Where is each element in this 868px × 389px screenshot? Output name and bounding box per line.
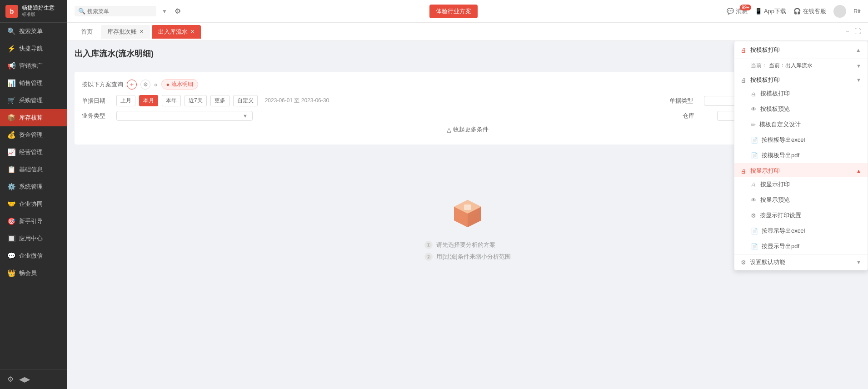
current-caret-icon: ▼ — [856, 63, 861, 69]
display-section-header[interactable]: 🖨 按显示打印 ▲ — [734, 163, 868, 177]
dp-pdf-label: 按显示导出pdf — [762, 242, 799, 250]
dropdown-title: 按模板打印 — [750, 46, 780, 54]
app-download-label: App下载 — [764, 7, 786, 15]
sidebar-item-system[interactable]: ⚙️ 系统管理 — [0, 178, 67, 195]
sidebar-item-purchase-label: 采购管理 — [19, 96, 43, 105]
date-btn-current-year[interactable]: 本年 — [162, 95, 181, 106]
tab-batch[interactable]: 库存批次账 ✕ — [101, 25, 150, 39]
tab-home-label: 首页 — [81, 28, 93, 36]
biztype-select[interactable]: ▼ — [116, 111, 253, 121]
tab-flow-close[interactable]: ✕ — [190, 29, 195, 35]
message-btn[interactable]: 💬 消息 99+ — [727, 7, 748, 15]
username-label: Rit — [853, 8, 861, 15]
sidebar-item-purchase[interactable]: 🛒 采购管理 — [0, 92, 67, 109]
date-btn-last-month[interactable]: 上月 — [116, 95, 135, 106]
display-pdf-item[interactable]: 📄 按显示导出pdf — [734, 239, 868, 254]
filter-collapse-arrow[interactable]: « — [154, 81, 158, 88]
sidebar-item-search[interactable]: 🔍 搜索菜单 — [0, 23, 67, 40]
dp-pdf-icon: 📄 — [751, 243, 758, 250]
display-print-item[interactable]: 🖨 按显示打印 — [734, 177, 868, 192]
sidebar-item-basic[interactable]: 📋 基础信息 — [0, 161, 67, 178]
template-pdf-item[interactable]: 📄 按模板导出pdf — [734, 148, 868, 163]
sidebar-item-guide-label: 新手引导 — [19, 217, 43, 225]
sidebar-item-collab-label: 企业协同 — [19, 200, 43, 208]
trial-btn[interactable]: 体验行业方案 — [429, 5, 478, 18]
app-download-btn[interactable]: 📱 App下载 — [755, 7, 786, 15]
app-edition: 标准版 — [22, 11, 55, 18]
display-settings-item[interactable]: ⚙ 按显示打印设置 — [734, 208, 868, 223]
date-range: 2023-06-01 至 2023-06-30 — [265, 97, 329, 105]
date-btn-more[interactable]: 更多 — [210, 95, 229, 106]
date-btn-current-month[interactable]: 本月 — [139, 95, 158, 106]
dp-print-label: 按显示打印 — [760, 180, 790, 189]
date-btn-last7[interactable]: 近7天 — [185, 95, 207, 106]
tab-batch-label: 库存批次账 — [107, 28, 137, 36]
tab-home[interactable]: 首页 — [75, 25, 99, 39]
settings-footer-btn[interactable]: ⚙ — [7, 375, 14, 384]
tp-custom-label: 模板自定义设计 — [759, 120, 801, 129]
system-icon: ⚙️ — [7, 183, 15, 191]
default-settings-item[interactable]: ⚙ 设置默认功能 ▼ — [734, 254, 868, 270]
collab-icon: 🤝 — [7, 200, 15, 208]
topbar-caret-icon[interactable]: ▼ — [162, 8, 167, 15]
filter-title: 按以下方案查询 — [82, 80, 123, 89]
template-print-item[interactable]: 🖨 按模板打印 — [734, 86, 868, 101]
sidebar-item-member-label: 畅会员 — [19, 269, 37, 277]
minimize-icon[interactable]: － — [844, 28, 851, 36]
sidebar-item-collab[interactable]: 🤝 企业协同 — [0, 195, 67, 213]
template-section-caret: ▼ — [856, 77, 861, 83]
template-section-header[interactable]: 🖨 按模板打印 ▼ — [734, 72, 868, 86]
sidebar-item-guide[interactable]: 🎯 新手引导 — [0, 213, 67, 230]
display-excel-item[interactable]: 📄 按显示导出excel — [734, 223, 868, 239]
search-input[interactable] — [87, 8, 142, 15]
sidebar-item-marketing[interactable]: 📢 营销推广 — [0, 57, 67, 75]
wechat-icon: 💬 — [7, 252, 15, 260]
display-preview-item[interactable]: 👁 按显示预览 — [734, 192, 868, 208]
display-section-title: 🖨 按显示打印 — [741, 167, 780, 175]
template-custom-item[interactable]: ✏ 模板自定义设计 — [734, 117, 868, 132]
filter-tag-dot: ● — [166, 81, 170, 88]
sidebar-item-sales[interactable]: 📊 销售管理 — [0, 75, 67, 92]
maximize-icon[interactable]: ⛶ — [854, 28, 861, 36]
empty-step-1: ① 请先选择要分析的方案 — [424, 241, 510, 249]
topbar-gear-icon[interactable]: ⚙ — [175, 7, 181, 15]
sidebar-item-system-label: 系统管理 — [19, 183, 43, 191]
sidebar-item-apps[interactable]: 🔲 应用中心 — [0, 230, 67, 247]
dropdown-up-arrow[interactable]: ▲ — [855, 47, 861, 54]
empty-step-2: ② 用[过滤]条件来缩小分析范围 — [424, 253, 510, 261]
display-section-label: 按显示打印 — [750, 167, 780, 175]
date-btn-custom[interactable]: 自定义 — [233, 95, 258, 106]
sidebar-item-member[interactable]: 👑 畅会员 — [0, 264, 67, 282]
filter-add-btn[interactable]: + — [127, 80, 137, 90]
service-label: 在线客服 — [803, 7, 826, 15]
biztype-caret-icon: ▼ — [243, 113, 248, 119]
sidebar-item-inventory[interactable]: 📦 库存核算 — [0, 109, 67, 126]
online-service-btn[interactable]: 🎧 在线客服 — [793, 7, 826, 15]
tab-flow[interactable]: 出入库流水 ✕ — [152, 25, 201, 39]
user-avatar[interactable] — [833, 5, 846, 18]
inventory-icon: 📦 — [7, 114, 15, 122]
topbar-search-box[interactable]: 🔍 — [75, 6, 156, 16]
search-icon-topbar: 🔍 — [78, 8, 85, 15]
filter-gear-btn[interactable]: ⚙ — [140, 80, 150, 90]
template-section-title: 🖨 按模板打印 — [741, 76, 780, 84]
tp-preview-icon: 👁 — [751, 106, 757, 113]
logo-area: b 畅捷通好生意 标准版 — [0, 0, 67, 23]
sidebar-item-wechat[interactable]: 💬 企业微信 — [0, 247, 67, 264]
marketing-icon: 📢 — [7, 62, 15, 70]
sidebar-item-operation[interactable]: 📈 经营管理 — [0, 144, 67, 161]
logo-icon: b — [5, 5, 18, 18]
template-preview-item[interactable]: 👁 按模板预览 — [734, 101, 868, 117]
collapse-footer-btn[interactable]: ◀▶ — [19, 375, 30, 384]
message-badge: 99+ — [740, 5, 751, 10]
template-excel-item[interactable]: 📄 按模板导出excel — [734, 132, 868, 148]
search-icon: 🔍 — [7, 27, 15, 35]
date-filter: 上月 本月 本年 近7天 更多 自定义 — [116, 95, 258, 106]
sidebar-item-search-label: 搜索菜单 — [19, 27, 43, 35]
basic-icon: 📋 — [7, 165, 15, 174]
sidebar-item-finance[interactable]: 💰 资金管理 — [0, 126, 67, 144]
sidebar-item-quicknav[interactable]: ⚡ 快捷导航 — [0, 40, 67, 57]
tab-batch-close[interactable]: ✕ — [140, 29, 144, 35]
filter-tag[interactable]: ● 流水明细 — [161, 79, 198, 90]
sales-icon: 📊 — [7, 79, 15, 87]
